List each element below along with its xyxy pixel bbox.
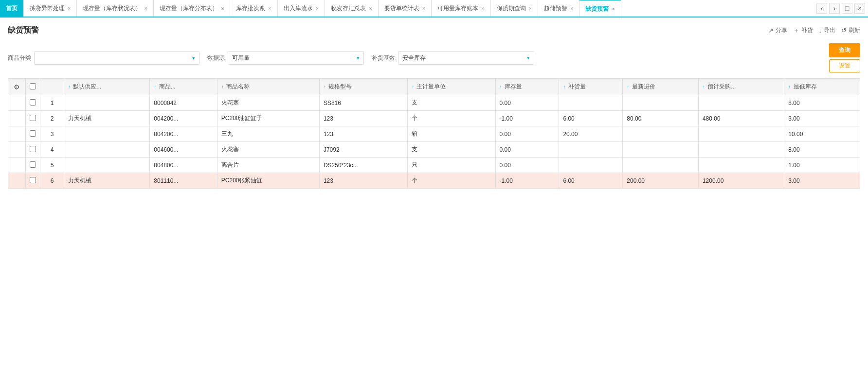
page-content: 缺货预警 ↗ 分享 ＋ 补货 ↓ 导出 ↺ 刷新 商品分类 bbox=[0, 18, 868, 387]
td-replenish-5: 6.00 bbox=[559, 173, 623, 189]
tab-collect-summary[interactable]: 收发存汇总表 × bbox=[325, 0, 378, 17]
td-estimated-3 bbox=[698, 142, 784, 158]
th-spec[interactable]: ↑ 规格型号 bbox=[319, 79, 407, 95]
close-tab-abnormal[interactable]: × bbox=[68, 5, 71, 11]
tab-inventory-status[interactable]: 现存量（库存状况表） × bbox=[77, 0, 153, 17]
close-tab-available-ledger[interactable]: × bbox=[481, 5, 484, 11]
close-tab-requisition-stat[interactable]: × bbox=[422, 5, 425, 11]
close-tab-shortage[interactable]: × bbox=[612, 6, 615, 12]
row-checkbox-3[interactable] bbox=[30, 146, 36, 152]
tab-requisition-stat[interactable]: 要货单统计表 × bbox=[379, 0, 432, 17]
tab-nav-buttons: ‹ › □ × bbox=[814, 3, 868, 14]
row-checkbox-5[interactable] bbox=[30, 177, 36, 183]
th-code[interactable]: ↑ 商品... bbox=[150, 79, 217, 95]
refresh-button[interactable]: ↺ 刷新 bbox=[841, 26, 860, 35]
replenish-base-select[interactable]: 安全库存 ▾ bbox=[398, 51, 534, 65]
th-replenish[interactable]: ↑ 补货量 bbox=[559, 79, 623, 95]
share-icon: ↗ bbox=[768, 27, 774, 34]
td-name-2: 三九 bbox=[217, 126, 319, 142]
th-unit[interactable]: ↑ 主计量单位 bbox=[408, 79, 495, 95]
td-supplier-2 bbox=[64, 126, 149, 142]
query-button[interactable]: 查询 bbox=[829, 43, 860, 57]
tab-available-ledger[interactable]: 可用量库存账本 × bbox=[432, 0, 490, 17]
td-replenish-2: 20.00 bbox=[559, 126, 623, 142]
close-tab-inventory-status[interactable]: × bbox=[144, 5, 147, 11]
td-min-stock-0: 8.00 bbox=[784, 95, 860, 111]
tab-shortage[interactable]: 缺货预警 × bbox=[579, 0, 621, 17]
export-button[interactable]: ↓ 导出 bbox=[819, 26, 836, 35]
tab-expiry-query[interactable]: 保质期查询 × bbox=[491, 0, 538, 17]
header-actions: ↗ 分享 ＋ 补货 ↓ 导出 ↺ 刷新 bbox=[768, 26, 861, 35]
row-checkbox-1[interactable] bbox=[30, 115, 36, 121]
category-select[interactable]: ▾ bbox=[34, 51, 199, 65]
td-check-1[interactable] bbox=[26, 111, 40, 126]
row-checkbox-2[interactable] bbox=[30, 130, 36, 137]
th-checkbox[interactable] bbox=[26, 79, 40, 95]
td-check-2[interactable] bbox=[26, 126, 40, 142]
td-num-0: 1 bbox=[40, 95, 64, 111]
share-button[interactable]: ↗ 分享 bbox=[768, 26, 787, 35]
tab-batch-account[interactable]: 库存批次账 × bbox=[230, 0, 277, 17]
datasource-chevron-icon: ▾ bbox=[357, 55, 360, 61]
td-code-5: 801110... bbox=[150, 173, 217, 189]
tab-abnormal[interactable]: 拣货异常处理 × bbox=[24, 0, 77, 17]
th-estimated[interactable]: ↑ 预计采购... bbox=[698, 79, 784, 95]
datasource-select[interactable]: 可用量 ▾ bbox=[228, 51, 364, 65]
tab-overstock[interactable]: 超储预警 × bbox=[538, 0, 579, 17]
close-tab-inventory-dist[interactable]: × bbox=[221, 5, 224, 11]
tab-inventory-dist[interactable]: 现存量（库存分布表） × bbox=[154, 0, 230, 17]
th-supplier[interactable]: ↑ 默认供应... bbox=[64, 79, 149, 95]
page-header: 缺货预警 ↗ 分享 ＋ 补货 ↓ 导出 ↺ 刷新 bbox=[8, 25, 860, 35]
tab-next-button[interactable]: › bbox=[829, 3, 840, 14]
tab-home[interactable]: 首页 bbox=[0, 0, 24, 17]
replenish-base-chevron-icon: ▾ bbox=[527, 55, 530, 61]
table-settings-icon[interactable]: ⚙ bbox=[12, 83, 21, 91]
sort-replenish-icon: ↑ bbox=[563, 84, 565, 89]
td-check-4[interactable] bbox=[26, 158, 40, 173]
tab-inout-flow[interactable]: 出入库流水 × bbox=[278, 0, 325, 17]
close-window-button[interactable]: × bbox=[854, 3, 865, 14]
th-gear[interactable]: ⚙ bbox=[8, 79, 26, 95]
close-tab-batch-account[interactable]: × bbox=[268, 5, 271, 11]
th-num bbox=[40, 79, 64, 95]
datasource-filter-group: 数据源 可用量 ▾ bbox=[207, 51, 364, 65]
td-latest-price-0 bbox=[623, 95, 699, 111]
close-tab-inout-flow[interactable]: × bbox=[316, 5, 319, 11]
sort-unit-icon: ↑ bbox=[412, 84, 414, 89]
td-min-stock-3: 8.00 bbox=[784, 142, 860, 158]
close-tab-expiry-query[interactable]: × bbox=[529, 5, 532, 11]
th-min-stock[interactable]: ↑ 最低库存 bbox=[784, 79, 860, 95]
filter-actions: 查询 设置 bbox=[829, 43, 860, 72]
td-stock-5: -1.00 bbox=[495, 173, 559, 189]
close-tab-collect-summary[interactable]: × bbox=[369, 5, 372, 11]
sort-estimated-icon: ↑ bbox=[703, 84, 705, 89]
td-unit-5: 个 bbox=[408, 173, 495, 189]
th-stock[interactable]: ↑ 库存量 bbox=[495, 79, 559, 95]
th-name[interactable]: ↑ 商品名称 bbox=[217, 79, 319, 95]
td-check-0[interactable] bbox=[26, 95, 40, 111]
td-spec-4: DS250*23c... bbox=[319, 158, 407, 173]
td-check-3[interactable] bbox=[26, 142, 40, 158]
row-checkbox-0[interactable] bbox=[30, 99, 36, 106]
settings-button[interactable]: 设置 bbox=[829, 59, 860, 72]
select-all-checkbox[interactable] bbox=[30, 83, 36, 89]
td-unit-2: 箱 bbox=[408, 126, 495, 142]
td-supplier-4 bbox=[64, 158, 149, 173]
replenish-button[interactable]: ＋ 补货 bbox=[793, 26, 813, 35]
td-estimated-4 bbox=[698, 158, 784, 173]
th-latest-price[interactable]: ↑ 最新进价 bbox=[623, 79, 699, 95]
row-checkbox-4[interactable] bbox=[30, 161, 36, 168]
td-name-5: PC200张紧油缸 bbox=[217, 173, 319, 189]
close-tab-overstock[interactable]: × bbox=[570, 5, 573, 11]
tab-prev-button[interactable]: ‹ bbox=[816, 3, 827, 14]
td-check-5[interactable] bbox=[26, 173, 40, 189]
restore-window-button[interactable]: □ bbox=[842, 3, 852, 14]
td-latest-price-3 bbox=[623, 142, 699, 158]
page-title: 缺货预警 bbox=[8, 25, 39, 35]
td-stock-3: 0.00 bbox=[495, 142, 559, 158]
sort-stock-icon: ↑ bbox=[500, 84, 502, 89]
table-row: 6 力天机械 801110... PC200张紧油缸 123 个 -1.00 6… bbox=[8, 173, 860, 189]
td-num-5: 6 bbox=[40, 173, 64, 189]
td-supplier-0 bbox=[64, 95, 149, 111]
td-spec-3: J7092 bbox=[319, 142, 407, 158]
